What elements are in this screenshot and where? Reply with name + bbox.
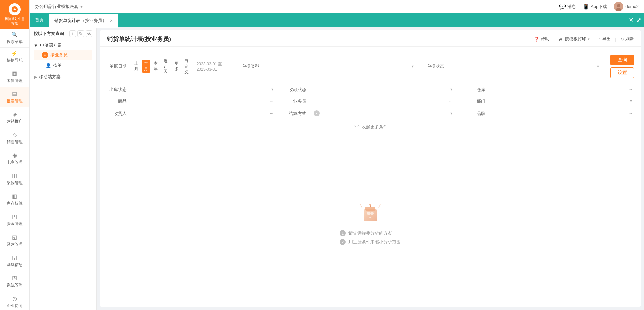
warehouse-more-icon[interactable]: ··· (629, 87, 632, 92)
staff-label: 业务员 (286, 98, 306, 104)
date-tab-7days[interactable]: 近7天 (162, 58, 171, 75)
status-arrow-icon: ▾ (597, 64, 599, 69)
sidebar-item-enterprise[interactable]: ◴ 企业协同 (0, 292, 29, 310)
svg-point-6 (367, 212, 370, 215)
tab-sales-stat[interactable]: 销货单统计表（按业务员） × (49, 14, 118, 28)
filter-row-3: 商品 ··· 业务员 ··· 部门 ▾ (107, 97, 634, 105)
sidebar-label-ecom: 电商管理 (7, 160, 23, 165)
print-button[interactable]: 🖨 按模板打印 ▾ (559, 36, 590, 42)
username-label: demo2 (625, 4, 639, 9)
empty-hints: 1 请先选择要分析的方案 2 用过滤条件来缩小分析范围 (340, 230, 401, 245)
tabs-bar: 首页 销货单统计表（按业务员） × ✕ ⤢ (30, 13, 644, 27)
empty-state: 1 请先选择要分析的方案 2 用过滤条件来缩小分析范围 (100, 137, 641, 307)
filter-row-1: 单据日期 上月 本月 本年 近7天 更多 自定义 2023-03-01 至 20… (107, 51, 634, 82)
help-button[interactable]: ❓ 帮助 (534, 36, 549, 42)
out-status-select[interactable]: ▾ (132, 86, 275, 93)
brand-more-icon[interactable]: ··· (629, 111, 632, 116)
status-select[interactable]: ▾ (450, 63, 601, 70)
sidebar-item-wholesale[interactable]: ▤ 批发管理 (0, 87, 29, 107)
tab-close-window-icon[interactable]: ✕ (629, 16, 634, 24)
refresh-button[interactable]: ↻ 刷新 (620, 36, 634, 42)
message-icon: 💬 (559, 3, 566, 10)
sidebar-label-operation: 经营管理 (7, 242, 23, 247)
date-tab-this-year[interactable]: 本年 (152, 60, 160, 73)
logo-icon (9, 3, 21, 15)
tab-maximize-icon[interactable]: ⤢ (636, 16, 641, 24)
svg-line-12 (379, 204, 380, 208)
receiver-select[interactable]: ··· (132, 110, 275, 117)
tab-home[interactable]: 首页 (30, 13, 49, 27)
sidebar-label-finance: 资金管理 (7, 221, 23, 227)
svg-line-11 (360, 204, 362, 208)
collapse-panel-button[interactable]: ≪ (86, 30, 92, 37)
refresh-label: 刷新 (625, 36, 634, 42)
edit-schema-button[interactable]: ✎ (77, 30, 84, 37)
sidebar-label-inventory: 库存核算 (7, 201, 23, 206)
tab-close-icon[interactable]: × (110, 18, 113, 23)
date-tab-this-month[interactable]: 本月 (142, 60, 150, 73)
desktop-schema-label: 电脑端方案 (40, 42, 62, 48)
warehouse-select[interactable]: ··· (491, 86, 634, 93)
sidebar-item-marketing[interactable]: ◈ 营销推广 (0, 107, 29, 128)
sidebar-item-purchase[interactable]: ◫ 采购管理 (0, 169, 29, 189)
sidebar-icon-system: ◳ (11, 274, 18, 281)
svg-rect-8 (369, 217, 371, 218)
payment-arrow-icon: ▾ (450, 111, 452, 116)
sidebar-shortcut[interactable]: ⚡ 快捷导航 (0, 48, 29, 66)
collapse-button[interactable]: ⌃⌃ 收起更多条件 (107, 122, 634, 132)
sidebar-icon-enterprise: ◴ (11, 295, 18, 302)
add-schema-button[interactable]: + (69, 30, 76, 37)
type-select[interactable]: ▾ (265, 63, 416, 70)
divider2: | (594, 37, 595, 42)
date-tab-custom[interactable]: 自定义 (182, 57, 193, 76)
sidebar-item-system[interactable]: ◳ 系统管理 (0, 271, 29, 292)
pay-arrow-icon: ▾ (450, 87, 452, 92)
pay-status-select[interactable]: ▾ (312, 86, 455, 93)
dept-select[interactable]: ▾ (491, 97, 634, 105)
export-button[interactable]: ↑ 导出 (599, 36, 611, 42)
sidebar: 畅捷通好生意 标版 🔍 搜索菜单 ⚡ 快捷导航 ▦ 零售管理 ▤ 批发管理 ◈ … (0, 0, 30, 310)
sidebar-item-inventory[interactable]: ◧ 库存核算 (0, 189, 29, 210)
empty-illustration (357, 199, 384, 226)
svg-rect-4 (364, 209, 377, 221)
sidebar-search[interactable]: 🔍 搜索菜单 (0, 29, 29, 48)
sidebar-item-finance[interactable]: ◰ 资金管理 (0, 210, 29, 230)
schema-icon-by-staff: ● (42, 52, 48, 58)
date-tab-more[interactable]: 更多 (173, 60, 181, 73)
brand-select[interactable]: ··· (491, 110, 634, 117)
avatar (614, 2, 623, 11)
mobile-schema-section[interactable]: ▶ 移动端方案 (30, 72, 96, 82)
desktop-schema-header[interactable]: ▼ 电脑端方案 (34, 41, 92, 50)
action-buttons: 查询 设置 (610, 51, 634, 82)
sidebar-item-sales[interactable]: ◇ 销售管理 (0, 128, 29, 148)
schema-item-by-staff[interactable]: ● 按业务员 (34, 50, 92, 60)
payment-select[interactable]: × ▾ (312, 109, 455, 118)
sidebar-item-retail[interactable]: ▦ 零售管理 (0, 66, 29, 87)
topbar-arrow-icon[interactable]: ▾ (80, 4, 83, 9)
sidebar-item-operation[interactable]: ◱ 经营管理 (0, 230, 29, 251)
payment-clear-icon[interactable]: × (314, 110, 320, 116)
print-label: 按模板打印 (565, 36, 586, 42)
help-icon: ❓ (534, 37, 539, 42)
goods-more-icon[interactable]: ··· (270, 99, 273, 103)
staff-select[interactable]: ··· (312, 97, 455, 105)
sidebar-label-system: 系统管理 (7, 282, 23, 288)
plus-icon: + (71, 31, 74, 36)
staff-more-icon[interactable]: ··· (449, 99, 452, 103)
message-button[interactable]: 💬 消息 (559, 3, 576, 10)
sidebar-label-basic: 基础信息 (7, 262, 23, 268)
sidebar-item-ecom[interactable]: ◉ 电商管理 (0, 148, 29, 169)
schema-item-by-order[interactable]: 👤 按单 (34, 60, 92, 70)
sidebar-item-basic[interactable]: ◲ 基础信息 (0, 251, 29, 271)
search-button[interactable]: 查询 (610, 55, 634, 65)
user-menu[interactable]: demo2 (614, 2, 639, 11)
app-download-button[interactable]: 📱 App下载 (583, 3, 607, 10)
date-tab-last-month[interactable]: 上月 (132, 60, 141, 73)
tab-home-label: 首页 (35, 17, 44, 23)
sidebar-logo[interactable]: 畅捷通好生意 标版 (0, 0, 29, 29)
mobile-schema-label: 移动端方案 (39, 74, 61, 80)
date-tabs: 上月 本月 本年 近7天 更多 自定义 (132, 57, 193, 76)
goods-select[interactable]: ··· (132, 97, 275, 105)
receiver-more-icon[interactable]: ··· (270, 111, 273, 116)
settings-button[interactable]: 设置 (610, 67, 634, 78)
